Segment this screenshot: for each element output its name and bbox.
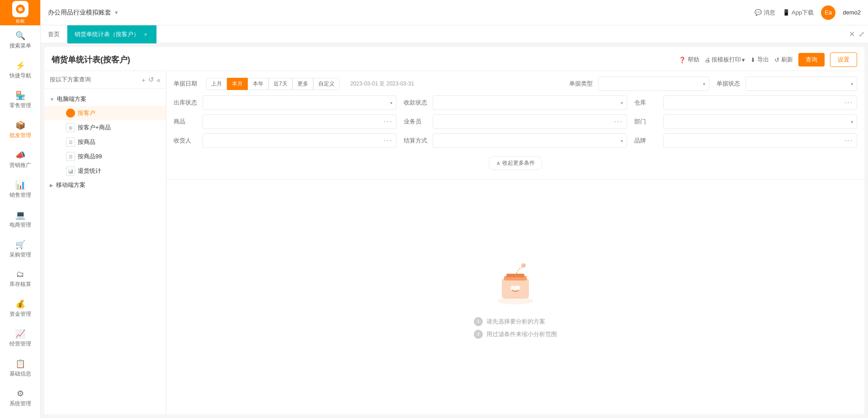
topbar-left: 办公用品行业模拟账套 ▾ xyxy=(48,9,118,17)
refresh-button[interactable]: ↺ 刷新 xyxy=(774,56,793,64)
export-button[interactable]: ⬇ 导出 xyxy=(750,56,769,64)
brand-dots-icon: ··· xyxy=(844,137,853,145)
collapse-panel-icon[interactable]: « xyxy=(157,76,160,84)
page-title: 销货单统计表(按客户) xyxy=(52,54,130,65)
receipt-status-filter: 收款状态 ▾ xyxy=(404,95,627,110)
receipt-status-select[interactable]: ▾ xyxy=(433,95,627,110)
sidebar-item-label: 电商管理 xyxy=(9,221,31,229)
query-button[interactable]: 查询 xyxy=(798,53,825,66)
sidebar-item-sales[interactable]: 📊 销售管理 xyxy=(0,175,40,204)
refresh-scheme-icon[interactable]: ↺ xyxy=(148,76,154,84)
help-button[interactable]: ❓ 帮助 xyxy=(679,56,699,64)
topbar-dropdown-icon[interactable]: ▾ xyxy=(115,9,118,16)
sidebar-item-system[interactable]: ⚙ 系统管理 xyxy=(0,383,40,413)
mobile-chevron-icon: ▶ xyxy=(50,183,53,188)
empty-step-1: ① 请先选择要分析的方案 xyxy=(474,317,557,326)
left-panel: 按以下方案查询 + ↺ « ▼ 电脑端方案 xyxy=(44,71,166,414)
left-panel-actions: + ↺ « xyxy=(142,76,160,84)
sidebar-item-inventory[interactable]: 🗂 库存核算 xyxy=(0,264,40,294)
message-button[interactable]: 💬 消息 xyxy=(755,9,775,17)
step-2-num: ② xyxy=(474,330,483,339)
sidebar-item-collab[interactable]: 🤝 企业协同 xyxy=(0,413,40,418)
sidebar-item-label: 经营管理 xyxy=(9,340,31,348)
receipt-status-label: 收款状态 xyxy=(404,99,429,107)
out-status-select[interactable]: ▾ xyxy=(203,95,396,110)
receipt-status-arrow-icon: ▾ xyxy=(621,100,623,105)
sidebar-item-search[interactable]: 🔍 搜索菜单 xyxy=(0,25,40,55)
sidebar-nav: 🔍 搜索菜单 ⚡ 快捷导航 🏪 零售管理 📦 批发管理 📣 营销推广 📊 销售管… xyxy=(0,25,40,418)
logo-icon: 畅 xyxy=(12,1,28,17)
app-download-button[interactable]: 📱 App下载 xyxy=(783,9,814,17)
date-btn-more[interactable]: 更多 xyxy=(292,78,313,90)
scheme-return-stats[interactable]: 📊 退货统计 xyxy=(44,164,166,178)
sidebar-item-purchase[interactable]: 🛒 采购管理 xyxy=(0,234,40,264)
tab-home[interactable]: 首页 xyxy=(41,25,67,43)
sidebar-item-label: 资金管理 xyxy=(9,310,31,318)
recipient-filter: 收货人 ··· xyxy=(174,133,396,148)
setting-button[interactable]: 设置 xyxy=(830,52,857,67)
date-btn-this-year[interactable]: 本年 xyxy=(248,78,269,90)
sidebar-item-basic[interactable]: 📋 基础信息 xyxy=(0,353,40,383)
download-icon: 📱 xyxy=(783,9,790,16)
filter-row-3: 商品 ··· 业务员 ··· xyxy=(174,114,857,129)
scheme-by-customer-product[interactable]: ⊞ 按客户+商品 xyxy=(44,120,166,135)
tab-close-icon[interactable]: × xyxy=(142,31,149,38)
print-button[interactable]: 🖨 按模板打印 ▾ xyxy=(705,56,745,64)
scheme-by-product99[interactable]: ☰ 按商品99 xyxy=(44,149,166,164)
print-label: 按模板打印 xyxy=(712,56,741,64)
date-btn-custom[interactable]: 自定义 xyxy=(313,78,340,90)
tab-maximize-icon[interactable]: ⤢ xyxy=(859,30,864,38)
doc-status-select[interactable]: ▾ xyxy=(745,76,857,91)
department-select[interactable]: ▾ xyxy=(663,114,857,129)
sidebar-item-wholesale[interactable]: 📦 批发管理 xyxy=(0,115,40,145)
recipient-select[interactable]: ··· xyxy=(203,133,396,148)
by-product-icon: ☰ xyxy=(66,138,75,147)
date-btn-7days[interactable]: 近7天 xyxy=(269,78,292,90)
date-btn-last-month[interactable]: 上月 xyxy=(206,78,227,90)
purchase-icon: 🛒 xyxy=(15,240,25,250)
desktop-group: ▼ 电脑端方案 按 按客户 ⊞ 按客户+商品 xyxy=(44,92,166,178)
user-name[interactable]: demo2 xyxy=(843,9,861,16)
left-panel-title: 按以下方案查询 xyxy=(50,76,91,84)
topbar-right: 💬 消息 📱 App下载 Ea demo2 xyxy=(755,5,861,20)
warehouse-select[interactable]: ··· xyxy=(663,95,857,110)
date-btn-this-month[interactable]: 本月 xyxy=(227,78,248,90)
sidebar-item-marketing[interactable]: 📣 营销推广 xyxy=(0,145,40,175)
mobile-group-header[interactable]: ▶ 移动端方案 xyxy=(44,178,166,192)
sidebar-item-label: 零售管理 xyxy=(9,102,31,109)
app-download-label: App下载 xyxy=(792,9,814,17)
sidebar: 畅 标账 🔍 搜索菜单 ⚡ 快捷导航 🏪 零售管理 📦 批发管理 📣 营销推广 … xyxy=(0,0,41,418)
tab-close-all-icon[interactable]: ✕ xyxy=(849,30,855,38)
user-avatar[interactable]: Ea xyxy=(821,5,835,20)
collapse-filters-button[interactable]: ∧ 收起更多条件 xyxy=(489,156,542,170)
filter-row-date: 单据日期 上月 本月 本年 近7天 更多 自定义 2023-03-01 至 20… xyxy=(174,76,857,91)
sidebar-item-business[interactable]: 📈 经营管理 xyxy=(0,323,40,353)
return-stats-label: 退货统计 xyxy=(78,167,101,175)
refresh-label: 刷新 xyxy=(781,56,793,64)
doc-type-select[interactable]: ▾ xyxy=(598,76,710,91)
product-select[interactable]: ··· xyxy=(203,114,396,129)
scheme-by-customer[interactable]: 按 按客户 xyxy=(44,106,166,120)
by-product99-label: 按商品99 xyxy=(78,152,102,161)
split-layout: 按以下方案查询 + ↺ « ▼ 电脑端方案 xyxy=(44,71,864,414)
svg-point-8 xyxy=(521,263,526,268)
add-scheme-icon[interactable]: + xyxy=(142,76,146,84)
settlement-select[interactable]: ▾ xyxy=(433,133,627,148)
desktop-group-header[interactable]: ▼ 电脑端方案 xyxy=(44,92,166,106)
sidebar-item-quick[interactable]: ⚡ 快捷导航 xyxy=(0,55,40,85)
search-nav-icon: 🔍 xyxy=(15,31,25,41)
right-panel: 单据日期 上月 本月 本年 近7天 更多 自定义 2023-03-01 至 20… xyxy=(166,71,864,414)
department-filter: 部门 ▾ xyxy=(634,114,857,129)
sidebar-item-retail[interactable]: 🏪 零售管理 xyxy=(0,85,40,115)
scheme-by-product[interactable]: ☰ 按商品 xyxy=(44,135,166,149)
logo-text: 标账 xyxy=(16,18,25,24)
return-stats-icon: 📊 xyxy=(66,166,75,176)
brand-select[interactable]: ··· xyxy=(663,133,857,148)
warehouse-dots-icon: ··· xyxy=(844,99,853,107)
logo[interactable]: 畅 标账 xyxy=(0,0,40,25)
salesperson-select[interactable]: ··· xyxy=(433,114,627,129)
tab-sales-stats[interactable]: 销货单统计表（按客户） × xyxy=(67,25,157,43)
sidebar-item-ecommerce[interactable]: 💻 电商管理 xyxy=(0,204,40,234)
content-area: 销货单统计表(按客户) ❓ 帮助 🖨 按模板打印 ▾ ⬇ 导出 xyxy=(41,43,868,418)
sidebar-item-finance[interactable]: 💰 资金管理 xyxy=(0,294,40,323)
